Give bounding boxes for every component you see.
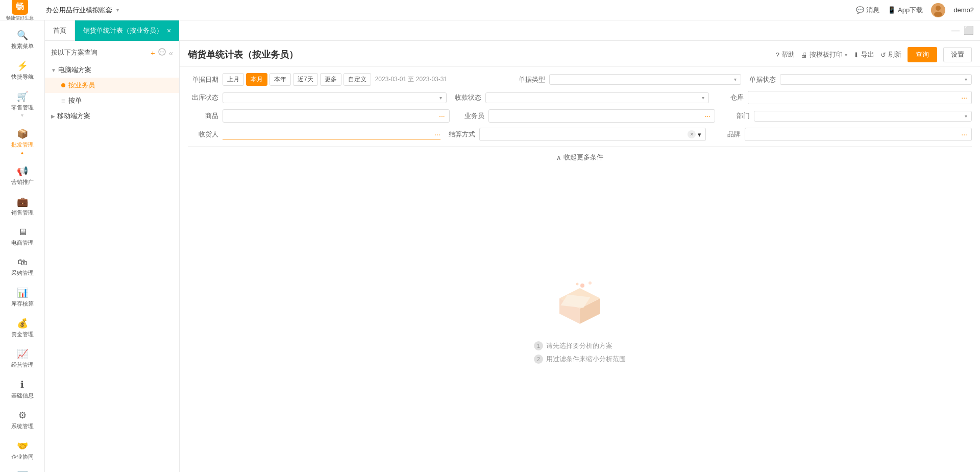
tree-parent-mobile[interactable]: ▶ 移动端方案 [45,108,179,124]
salesperson-control[interactable]: ··· [488,109,716,123]
top-bar: 畅 畅捷信好生意 办公用品行业模拟账套 ▾ 💬 消息 📱 App下载 [0,0,980,20]
filter-row-2: 出库状态 ▾ 收款状态 ▾ [188,91,972,104]
sidebar-label-search: 搜索菜单 [11,42,34,50]
svg-point-6 [163,52,164,53]
sidebar-label-retail: 零售管理 [11,104,34,111]
collapse-btn[interactable]: ∧ 收起更多条件 [553,150,606,165]
sidebar-label-basic-info: 基础信息 [11,392,34,399]
query-btn[interactable]: 查询 [908,47,937,62]
order-type-label: 单据类型 [514,75,545,84]
collapse-left-panel-btn[interactable]: « [169,49,173,57]
tree-label-mobile: 移动端方案 [57,111,90,121]
salesperson-label: 业务员 [454,111,484,121]
payment-status-select[interactable]: ▾ [485,92,709,103]
top-bar-right: 💬 消息 📱 App下载 demo2 [856,3,974,17]
sidebar-item-ecommerce[interactable]: 🖥 电商管理 [0,222,44,252]
app-download-btn[interactable]: 📱 App下载 [888,6,923,15]
edit-scheme-btn[interactable] [158,48,166,57]
goods-dots[interactable]: ··· [439,112,445,120]
export-label: 导出 [861,50,874,59]
sidebar-item-search[interactable]: 🔍 搜索菜单 [0,25,44,55]
sidebar-item-shortcuts[interactable]: ⚡ 快捷导航 [0,55,44,86]
tab-sales-stat[interactable]: 销货单统计表（按业务员） × [75,20,179,41]
tip-num-1: 1 [534,341,543,350]
corp-icon: 🤝 [17,440,28,452]
brand-control[interactable]: ··· [745,128,972,141]
consignee-dots[interactable]: ··· [434,130,440,138]
tab-maximize-btn[interactable]: ⬜ [964,26,974,35]
date-btn-this-month[interactable]: 本月 [246,73,267,86]
main-area: 🔍 搜索菜单 ⚡ 快捷导航 🛒 零售管理 ▼ 📦 批发管理 ▲ 📢 营销推广 [0,20,980,472]
date-btn-more[interactable]: 更多 [320,73,341,86]
panel: 按以下方案查询 + « [45,41,980,472]
collapse-label: 收起更多条件 [564,153,603,162]
sidebar-item-system[interactable]: ⚙ 系统管理 [0,405,44,435]
sidebar-item-operations[interactable]: 📈 经营管理 [0,343,44,374]
top-bar-left: 畅 畅捷信好生意 办公用品行业模拟账套 ▾ [6,0,119,21]
sidebar-item-corp[interactable]: 🤝 企业协同 [0,435,44,466]
print-dropdown-icon[interactable]: ▾ [845,52,847,58]
add-scheme-btn[interactable]: + [151,49,155,57]
system-dropdown-arrow[interactable]: ▾ [116,7,119,13]
sidebar-item-marketing[interactable]: 📢 营销推广 [0,160,44,191]
collapse-icon: ∧ [556,154,561,161]
date-btn-last-7-days[interactable]: 近7天 [293,73,318,86]
salesperson-dots[interactable]: ··· [705,112,711,120]
active-indicator [61,83,65,87]
warehouse-select[interactable]: ··· [748,91,972,104]
date-range-display: 2023-03-01 至 2023-03-31 [375,75,447,84]
tab-minimize-btn[interactable]: — [951,26,960,35]
print-icon: 🖨 [801,51,807,59]
sidebar-item-sales[interactable]: 💼 销售管理 [0,191,44,222]
tree-arrow-desktop: ▼ [51,67,56,73]
system-name: 办公用品行业模拟账套 [46,6,112,15]
date-btn-custom[interactable]: 自定义 [344,73,371,86]
payment-method-control[interactable]: × ▾ [479,128,706,141]
tab-home[interactable]: 首页 [45,20,75,41]
sidebar-label-marketing: 营销推广 [11,178,34,186]
tree-parent-desktop[interactable]: ▼ 电脑端方案 [45,62,179,78]
goods-control[interactable]: ··· [223,109,450,123]
sidebar-item-basic-info[interactable]: ℹ 基础信息 [0,374,44,405]
tree-child-by-salesperson[interactable]: 按业务员 [45,78,179,93]
username-label[interactable]: demo2 [953,6,974,14]
sidebar-item-retail[interactable]: 🛒 零售管理 ▼ [0,86,44,123]
export-btn[interactable]: ⬇ 导出 [853,50,874,59]
date-filter-group: 上月 本月 本年 近7天 更多 自定义 2023-03-01 至 2023-03… [223,73,510,86]
sidebar-item-inventory[interactable]: 📊 库存核算 [0,282,44,313]
refresh-btn[interactable]: ↺ 刷新 [880,50,901,59]
consignee-input[interactable] [223,129,434,139]
outbound-select[interactable]: ▾ [223,92,447,103]
tree-child-by-order[interactable]: ≡ 按单 [45,93,179,108]
message-btn[interactable]: 💬 消息 [856,6,879,15]
department-select[interactable]: ▾ [754,111,972,122]
user-avatar[interactable] [931,3,945,17]
sidebar-item-wholesale[interactable]: 📦 批发管理 ▲ [0,123,44,160]
sidebar-item-newbie[interactable]: 🆕 新手引导 [0,466,44,472]
basic-info-icon: ℹ [20,379,24,390]
date-btn-this-year[interactable]: 本年 [270,73,291,86]
svg-point-12 [589,281,592,285]
outbound-label: 出库状态 [188,93,218,102]
logo-icon: 畅 [12,0,28,15]
filter-row-1: 单据日期 上月 本月 本年 近7天 更多 自定义 2023-03-01 至 20… [188,73,972,86]
warehouse-label: 仓库 [713,93,744,102]
sidebar-item-finance[interactable]: 💰 资金管理 [0,313,44,343]
print-btn[interactable]: 🖨 按模板打印 ▾ [801,50,847,59]
brand-label: 品牌 [710,130,741,139]
left-panel-title: 按以下方案查询 [51,48,97,57]
warehouse-dots[interactable]: ··· [961,93,967,102]
tab-close-btn[interactable]: × [167,27,171,35]
brand-dots[interactable]: ··· [961,130,967,138]
order-type-select[interactable]: ▾ [549,74,741,85]
payment-method-clear-btn[interactable]: × [688,130,696,138]
settings-btn[interactable]: 设置 [943,47,972,62]
help-label: 帮助 [781,50,795,59]
empty-tips: 1 请先选择要分析的方案 2 用过滤条件来缩小分析范围 [534,339,626,366]
order-status-select[interactable]: ▾ [780,74,972,85]
date-btn-last-month[interactable]: 上月 [223,73,244,86]
sidebar-item-purchase[interactable]: 🛍 采购管理 [0,252,44,282]
message-label: 消息 [866,6,879,15]
svg-point-11 [580,284,584,288]
help-btn[interactable]: ? 帮助 [776,50,795,59]
